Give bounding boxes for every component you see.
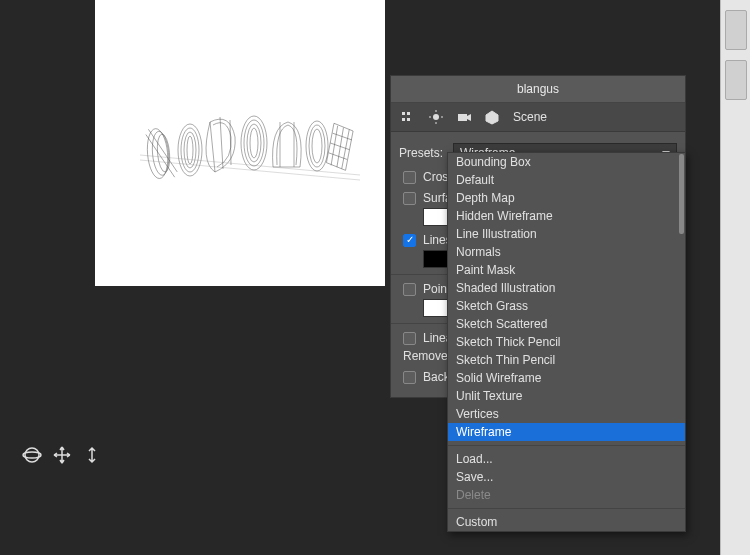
svg-rect-33 xyxy=(407,118,410,121)
dropdown-scrollbar[interactable] xyxy=(679,154,684,234)
dropdown-item[interactable]: Depth Map xyxy=(448,189,685,207)
docked-mini-panel[interactable] xyxy=(725,10,747,50)
dropdown-item[interactable]: Sketch Scattered xyxy=(448,315,685,333)
scene-label: Scene xyxy=(513,110,547,124)
separator xyxy=(448,445,685,446)
points-checkbox[interactable] xyxy=(403,283,416,296)
panel-title: blangus xyxy=(391,76,685,103)
pan-icon[interactable] xyxy=(52,445,72,465)
dropdown-item[interactable]: Hidden Wireframe xyxy=(448,207,685,225)
svg-point-19 xyxy=(306,121,328,171)
svg-point-7 xyxy=(184,132,196,168)
svg-rect-31 xyxy=(407,112,410,115)
dropdown-item[interactable]: Normals xyxy=(448,243,685,261)
dropdown-item[interactable]: Solid Wireframe xyxy=(448,369,685,387)
mesh-icon[interactable] xyxy=(479,106,505,128)
lines-checkbox[interactable] xyxy=(403,234,416,247)
dropdown-item[interactable]: Line Illustration xyxy=(448,225,685,243)
svg-point-41 xyxy=(25,448,39,462)
docked-panel-strip xyxy=(720,0,750,555)
svg-rect-30 xyxy=(402,112,405,115)
viewport-canvas[interactable] xyxy=(95,0,385,286)
surface-checkbox[interactable] xyxy=(403,192,416,205)
dropdown-item[interactable]: Unlit Texture xyxy=(448,387,685,405)
dropdown-delete: Delete xyxy=(448,486,685,504)
panel-toolbar: Scene xyxy=(391,103,685,132)
svg-line-22 xyxy=(331,126,338,166)
svg-point-15 xyxy=(250,128,258,158)
backfaces-checkbox[interactable] xyxy=(403,371,416,384)
dropdown-list: Bounding BoxDefaultDepth MapHidden Wiref… xyxy=(448,153,685,441)
light-icon[interactable] xyxy=(423,106,449,128)
svg-line-9 xyxy=(210,122,215,172)
separator xyxy=(448,508,685,509)
dropdown-load[interactable]: Load... xyxy=(448,450,685,468)
settings-icon[interactable] xyxy=(395,106,421,128)
svg-point-20 xyxy=(309,125,325,167)
dropdown-item[interactable]: Shaded Illustration xyxy=(448,279,685,297)
dropdown-custom[interactable]: Custom xyxy=(448,513,685,531)
camera-icon[interactable] xyxy=(451,106,477,128)
orbit-icon[interactable] xyxy=(22,445,42,465)
svg-line-10 xyxy=(220,117,223,169)
dropdown-item[interactable]: Sketch Grass xyxy=(448,297,685,315)
dropdown-item[interactable]: Sketch Thin Pencil xyxy=(448,351,685,369)
wireframe-render xyxy=(140,95,370,205)
presets-label: Presets: xyxy=(399,146,443,160)
presets-dropdown[interactable]: Bounding BoxDefaultDepth MapHidden Wiref… xyxy=(447,152,686,532)
dropdown-save[interactable]: Save... xyxy=(448,468,685,486)
svg-rect-32 xyxy=(402,118,405,121)
svg-point-14 xyxy=(247,124,261,162)
svg-point-21 xyxy=(312,129,322,163)
svg-point-6 xyxy=(181,128,199,172)
dropdown-item[interactable]: Default xyxy=(448,171,685,189)
viewport-nav-tools xyxy=(22,445,102,465)
svg-line-11 xyxy=(230,120,231,165)
svg-line-28 xyxy=(140,155,360,175)
svg-rect-39 xyxy=(458,114,467,121)
docked-mini-panel[interactable] xyxy=(725,60,747,100)
svg-point-34 xyxy=(433,114,439,120)
cross-section-checkbox[interactable] xyxy=(403,171,416,184)
dropdown-item[interactable]: Wireframe xyxy=(448,423,685,441)
dropdown-item[interactable]: Paint Mask xyxy=(448,261,685,279)
linearize-checkbox[interactable] xyxy=(403,332,416,345)
dolly-icon[interactable] xyxy=(82,445,102,465)
dropdown-item[interactable]: Vertices xyxy=(448,405,685,423)
svg-marker-40 xyxy=(467,114,471,121)
dropdown-item[interactable]: Sketch Thick Pencil xyxy=(448,333,685,351)
dropdown-item[interactable]: Bounding Box xyxy=(448,153,685,171)
